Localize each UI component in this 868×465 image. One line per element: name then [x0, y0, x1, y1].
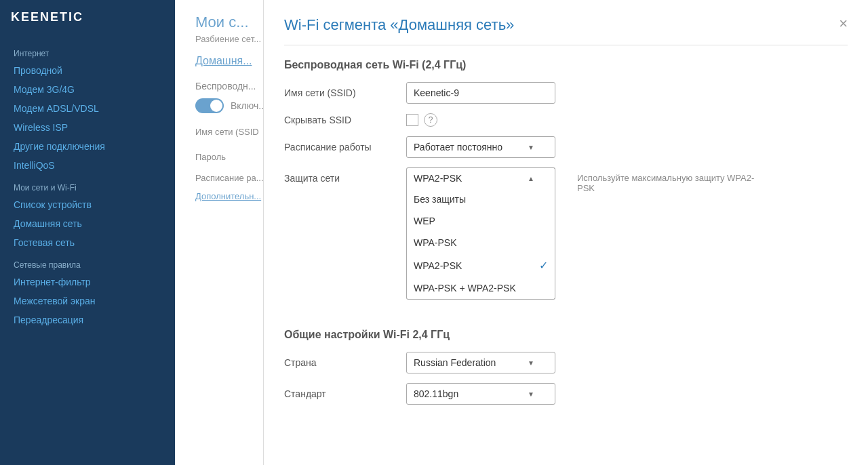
sidebar-nav: Интернет Проводной Модем 3G/4G Модем ADS…: [0, 34, 175, 336]
security-arrow-icon: ▲: [528, 175, 534, 182]
security-select[interactable]: WPA2-PSK ▲: [406, 167, 555, 188]
logo-text: KEENETIC: [11, 10, 83, 24]
security-row: Защита сети WPA2-PSK ▲ Без защиты WEP: [284, 167, 848, 193]
country-row: Страна Russian Federation ▼: [284, 352, 848, 373]
logo-area: KEENETIC: [0, 0, 175, 34]
security-hint: Используйте максимальную защиту WPA2-PSK: [577, 173, 767, 193]
schedule-row: Расписание работы Работает постоянно ▼: [284, 136, 848, 158]
schedule-label: Расписание работы: [284, 142, 406, 153]
ssid-input[interactable]: [406, 82, 555, 104]
sidebar-item-drugie[interactable]: Другие подключения: [0, 137, 175, 156]
sidebar-item-intelliqos[interactable]: IntelliQoS: [0, 156, 175, 175]
security-option-wpa-label: WPA-PSK: [414, 237, 457, 248]
general-section-title: Общие настройки Wi-Fi 2,4 ГГц: [284, 329, 848, 341]
schedule-select-wrapper: Работает постоянно ▼: [406, 136, 555, 158]
schedule-select[interactable]: Работает постоянно ▼: [406, 136, 555, 158]
sidebar-item-internet-filtr[interactable]: Интернет-фильтр: [0, 272, 175, 291]
nav-section-rules: Сетевые правила: [0, 252, 175, 272]
sidebar: KEENETIC Интернет Проводной Модем 3G/4G …: [0, 0, 175, 465]
hide-ssid-checkbox[interactable]: [406, 114, 418, 126]
security-dropdown: Без защиты WEP WPA-PSK WPA2-PSK ✓: [406, 188, 555, 300]
sidebar-item-spisok[interactable]: Список устройств: [0, 195, 175, 214]
hide-ssid-wrap: ?: [406, 113, 437, 127]
security-option-wep-label: WEP: [414, 216, 435, 226]
schedule-arrow-icon: ▼: [528, 144, 534, 151]
security-label: Защита сети: [284, 173, 406, 184]
modal-header: Wi-Fi сегмента «Домашняя сеть» ×: [284, 16, 848, 45]
schedule-value: Работает постоянно: [414, 142, 502, 153]
modal-close-button[interactable]: ×: [839, 16, 848, 31]
security-option-wpa2[interactable]: WPA2-PSK ✓: [407, 254, 555, 277]
sidebar-item-modemadsl[interactable]: Модем ADSL/VDSL: [0, 99, 175, 118]
main-content: Мои с... Разбиение сет... Домашня... Бес…: [175, 0, 868, 465]
standard-select[interactable]: 802.11bgn ▼: [406, 383, 555, 405]
country-arrow-icon: ▼: [528, 359, 534, 367]
security-value: WPA2-PSK: [414, 173, 462, 184]
ssid-label: Имя сети (SSID): [284, 87, 406, 98]
help-icon-ssid[interactable]: ?: [424, 113, 437, 127]
sidebar-item-provodnoj[interactable]: Проводной: [0, 61, 175, 80]
security-option-none-label: Без защиты: [414, 194, 466, 205]
security-option-wpa2-label: WPA2-PSK: [414, 260, 462, 271]
sidebar-item-modem3g[interactable]: Модем 3G/4G: [0, 80, 175, 99]
sidebar-item-domashnya[interactable]: Домашняя сеть: [0, 214, 175, 233]
standard-arrow-icon: ▼: [528, 390, 534, 398]
standard-row: Стандарт 802.11bgn ▼: [284, 383, 848, 405]
hide-ssid-label: Скрывать SSID: [284, 115, 406, 125]
country-select[interactable]: Russian Federation ▼: [406, 352, 555, 373]
country-value: Russian Federation: [414, 357, 496, 368]
sidebar-item-mezhsetevoj[interactable]: Межсетевой экран: [0, 291, 175, 310]
security-option-wep[interactable]: WEP: [407, 210, 555, 232]
security-option-wpa[interactable]: WPA-PSK: [407, 232, 555, 254]
standard-select-wrapper: 802.11bgn ▼: [406, 383, 555, 405]
country-label: Страна: [284, 357, 406, 368]
security-select-wrapper: WPA2-PSK ▲ Без защиты WEP WPA-PSK: [406, 167, 555, 188]
nav-section-internet: Интернет: [0, 41, 175, 61]
nav-section-networks: Мои сети и Wi-Fi: [0, 175, 175, 195]
modal-panel: Wi-Fi сегмента «Домашняя сеть» × Беспров…: [263, 0, 868, 465]
sidebar-item-pereadresaciya[interactable]: Переадресация: [0, 310, 175, 329]
ssid-form-row: Имя сети (SSID): [284, 82, 848, 104]
standard-value: 802.11bgn: [414, 388, 458, 399]
hide-ssid-row: Скрывать SSID ?: [284, 113, 848, 127]
modal-title: Wi-Fi сегмента «Домашняя сеть»: [284, 16, 514, 34]
country-select-wrapper: Russian Federation ▼: [406, 352, 555, 373]
wifi-section-title: Беспроводная сеть Wi-Fi (2,4 ГГц): [284, 59, 848, 71]
security-option-wpawpa2[interactable]: WPA-PSK + WPA2-PSK: [407, 277, 555, 299]
security-option-wpawpa2-label: WPA-PSK + WPA2-PSK: [414, 283, 516, 294]
sidebar-item-gostevaya[interactable]: Гостевая сеть: [0, 233, 175, 252]
general-section-divider: Общие настройки Wi-Fi 2,4 ГГц: [284, 329, 848, 341]
standard-label: Стандарт: [284, 388, 406, 399]
sidebar-item-wirelessisp[interactable]: Wireless ISP: [0, 118, 175, 137]
security-option-none[interactable]: Без защиты: [407, 188, 555, 210]
wpa2-check-icon: ✓: [539, 259, 548, 272]
